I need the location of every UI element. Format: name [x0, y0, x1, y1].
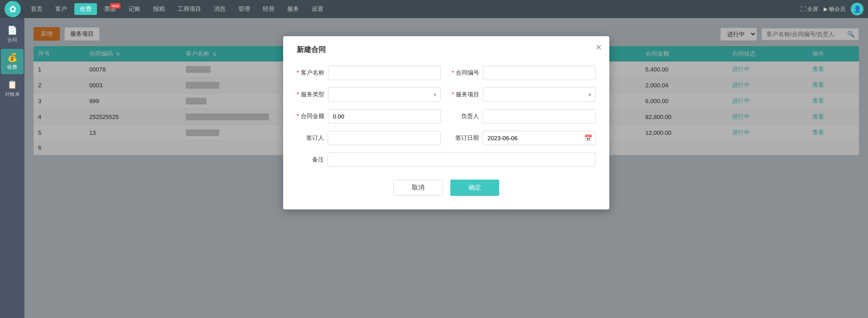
sign-date-row: 签订日期 📅: [452, 131, 596, 145]
remark-row: 备注: [297, 152, 596, 167]
vip-button[interactable]: ▶ 畅会员: [824, 5, 845, 13]
modal-title: 新建合同: [297, 45, 596, 55]
responsible-label: 负责人: [452, 112, 479, 120]
contract-no-row: 合同编号: [452, 66, 596, 80]
remark-label: 备注: [297, 156, 324, 164]
contract-amount-input[interactable]: [328, 109, 441, 123]
nav-item-jingying[interactable]: 经营: [257, 3, 280, 15]
signer-input[interactable]: [328, 131, 441, 145]
customer-name-input[interactable]: [328, 66, 441, 80]
contract-icon: 📄: [7, 25, 17, 35]
fullscreen-icon: ⛶: [800, 6, 806, 12]
app-logo: ✿: [5, 1, 21, 17]
nav-item-fuwu[interactable]: 服务: [282, 3, 304, 15]
sidebar-item-hetong[interactable]: 📄 合同: [1, 22, 24, 47]
confirm-button[interactable]: 确定: [450, 180, 499, 196]
nav-right: ⛶ 全屏 ▶ 畅会员 👤: [800, 3, 863, 15]
signer-row: 签订人: [297, 131, 441, 145]
cancel-button[interactable]: 取消: [393, 180, 443, 196]
contract-no-label: 合同编号: [452, 69, 479, 77]
nav-item-jizhang[interactable]: 记账: [123, 3, 146, 15]
create-contract-modal: ✕ 新建合同 客户名称 合同编号 服务类型: [283, 36, 609, 209]
contract-amount-label: 合同金额: [297, 112, 324, 120]
nav-item-gongshang[interactable]: 工商项目: [172, 3, 207, 15]
service-item-select-wrapper: [483, 87, 596, 102]
contract-amount-row: 合同金额: [297, 109, 441, 123]
fullscreen-button[interactable]: ⛶ 全屏: [800, 5, 818, 13]
modal-close-button[interactable]: ✕: [595, 43, 602, 52]
customer-name-label: 客户名称: [297, 69, 324, 77]
sidebar: 📄 合同 💰 收费 📋 对账单: [0, 18, 24, 318]
sign-date-input[interactable]: [482, 131, 596, 145]
top-navigation: ✿ 首页 客户 收费 票据 new 记账 报税 工商项目 消息 管理 经营 服务…: [0, 0, 868, 18]
sign-date-label: 签订日期: [452, 134, 479, 142]
responsible-row: 负责人: [452, 109, 596, 123]
nav-item-piaoju[interactable]: 票据 new: [99, 3, 121, 15]
main-layout: 📄 合同 💰 收费 📋 对账单 新增 服务项目 进行中 已完成 全部: [0, 18, 868, 318]
service-type-row: 服务类型: [297, 87, 441, 102]
fee-icon: 💰: [7, 52, 17, 62]
content-area: 新增 服务项目 进行中 已完成 全部 🔍 序号 合同编码: [24, 18, 868, 318]
statement-icon: 📋: [7, 80, 17, 90]
avatar[interactable]: 👤: [851, 3, 863, 15]
signer-label: 签订人: [297, 134, 324, 142]
new-badge: new: [110, 3, 121, 9]
nav-item-home[interactable]: 首页: [25, 3, 48, 15]
service-type-select[interactable]: [328, 87, 441, 102]
nav-item-shoufei[interactable]: 收费: [74, 3, 97, 15]
play-icon: ▶: [824, 6, 828, 12]
modal-footer: 取消 确定: [297, 180, 596, 196]
nav-items: 首页 客户 收费 票据 new 记账 报税 工商项目 消息 管理 经营 服务 设…: [25, 3, 800, 15]
nav-item-xiaoxi[interactable]: 消息: [208, 3, 231, 15]
nav-item-customer[interactable]: 客户: [50, 3, 72, 15]
nav-item-baoshui[interactable]: 报税: [148, 3, 170, 15]
nav-item-guanli[interactable]: 管理: [233, 3, 256, 15]
service-type-label: 服务类型: [297, 90, 324, 99]
contract-no-input[interactable]: [483, 66, 596, 80]
service-item-select[interactable]: [483, 87, 596, 102]
responsible-input[interactable]: [482, 109, 596, 123]
nav-item-shezhi[interactable]: 设置: [306, 3, 329, 15]
remark-input[interactable]: [328, 152, 596, 167]
sidebar-item-shoufei[interactable]: 💰 收费: [1, 49, 24, 74]
avatar-icon: 👤: [854, 5, 861, 13]
sign-date-wrapper: 📅: [482, 131, 596, 145]
service-type-select-wrapper: [328, 87, 441, 102]
service-item-label: 服务项目: [452, 90, 479, 99]
modal-overlay: ✕ 新建合同 客户名称 合同编号 服务类型: [24, 18, 868, 318]
modal-form: 客户名称 合同编号 服务类型: [297, 66, 596, 167]
customer-name-row: 客户名称: [297, 66, 441, 80]
service-item-row: 服务项目: [452, 87, 596, 102]
sidebar-item-duizhangdan[interactable]: 📋 对账单: [1, 76, 24, 101]
